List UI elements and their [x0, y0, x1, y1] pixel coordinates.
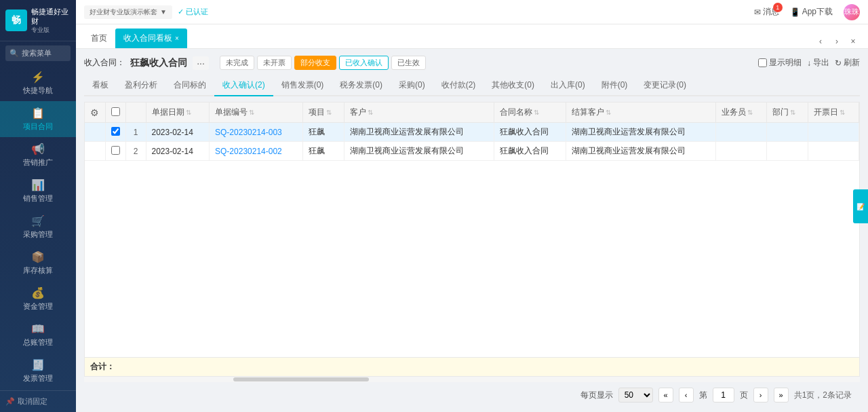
more-options-button[interactable]: ··· [193, 56, 209, 70]
sidebar-item-inventory[interactable]: 📦 库存核算 [0, 245, 76, 281]
row2-code-link[interactable]: SQ-20230214-002 [215, 147, 282, 156]
sidebar-item-purchase[interactable]: 🛒 采购管理 [0, 209, 76, 245]
row1-date: 2023-02-14 [146, 123, 210, 142]
tab-label: 收入合同看板 [123, 33, 172, 44]
column-settings-icon[interactable]: ⚙ [90, 107, 99, 118]
row1-billdate [808, 123, 859, 142]
page-number-input[interactable] [713, 388, 734, 402]
scrollbar-thumb[interactable] [233, 377, 369, 381]
export-icon: ↓ [807, 58, 811, 68]
last-page-button[interactable]: » [774, 388, 789, 402]
per-page-select[interactable]: 50 100 200 [618, 388, 653, 402]
sales-icon: 📊 [31, 179, 45, 191]
sidebar-item-marketing[interactable]: 📢 营销推广 [0, 137, 76, 173]
sort-dept-icon[interactable]: ⇅ [790, 109, 795, 116]
row2-contract: 狂飙收入合同 [494, 142, 566, 161]
company-name: 好业财专业版演示帐套 [90, 7, 157, 17]
tab-storage[interactable]: 出入库(0) [542, 75, 593, 96]
row2-checkbox[interactable] [111, 146, 120, 155]
sidebar-item-project[interactable]: 📋 项目合同 [0, 101, 76, 137]
invoice-icon: 🧾 [31, 358, 45, 371]
close-tab-button[interactable]: × [846, 35, 860, 48]
sort-project-icon[interactable]: ⇅ [326, 109, 332, 116]
project-icon: 📋 [31, 107, 45, 119]
tab-attachment[interactable]: 附件(0) [593, 75, 636, 96]
search-menu-button[interactable]: 🔍 搜索菜单 [5, 45, 71, 61]
tab-profit[interactable]: 盈利分析 [117, 75, 165, 96]
status-incomplete[interactable]: 未完成 [220, 56, 254, 70]
table-row[interactable]: 1 2023-02-14 SQ-20230214-003 狂飙 湖南卫视商业运营… [85, 123, 859, 142]
table-footer: 合计： [84, 358, 860, 377]
sort-date-icon[interactable]: ⇅ [186, 109, 191, 116]
user-avatar[interactable]: 珠珠 [844, 4, 860, 20]
first-page-button[interactable]: « [658, 388, 673, 402]
row2-date: 2023-02-14 [146, 142, 210, 161]
sort-salesperson-icon[interactable]: ⇅ [747, 109, 753, 116]
tab-changes[interactable]: 变更记录(0) [635, 75, 694, 96]
status-partial[interactable]: 部分收支 [294, 56, 336, 70]
row1-check [105, 123, 125, 142]
sidebar-item-finance[interactable]: 💰 资金管理 [0, 281, 76, 317]
row2-salesperson [715, 142, 766, 161]
table-row[interactable]: 2 2023-02-14 SQ-20230214-002 狂飙 湖南卫视商业运营… [85, 142, 859, 161]
sidebar-item-invoice[interactable]: 🧾 发票管理 [0, 353, 76, 389]
sidebar-item-quicknav[interactable]: ⚡ 快捷导航 [0, 65, 76, 101]
tab-contract-subject[interactable]: 合同标的 [165, 75, 214, 96]
row1-actions [85, 123, 105, 142]
tab-sales-invoice[interactable]: 销售发票(0) [273, 75, 332, 96]
status-confirmed[interactable]: 已收入确认 [339, 56, 389, 70]
sort-customer-icon[interactable]: ⇅ [368, 109, 373, 116]
float-action-button[interactable]: 📝 [853, 189, 868, 223]
logo-text: 畅捷通好业财 专业版 [31, 7, 71, 34]
row1-checkbox[interactable] [111, 127, 120, 136]
sort-billdate-icon[interactable]: ⇅ [840, 109, 845, 116]
row2-settle: 湖南卫视商业运营发展有限公司 [566, 142, 715, 161]
row1-code-link[interactable]: SQ-20230214-003 [215, 128, 282, 137]
refresh-button[interactable]: ↻ 刷新 [835, 57, 860, 69]
sort-contract-icon[interactable]: ⇅ [534, 109, 539, 116]
pin-icon: 📌 [5, 397, 15, 406]
prev-tab-button[interactable]: ‹ [814, 35, 827, 48]
horizontal-scrollbar[interactable] [84, 377, 860, 382]
row2-num: 2 [125, 142, 146, 161]
export-button[interactable]: ↓ 导出 [807, 57, 829, 69]
status-uninvoiced[interactable]: 未开票 [257, 56, 292, 70]
row2-billdate [808, 142, 859, 161]
company-selector[interactable]: 好业财专业版演示帐套 ▼ [84, 5, 172, 19]
status-effective[interactable]: 已生效 [391, 56, 426, 70]
show-details-checkbox[interactable] [758, 58, 767, 67]
next-tab-button[interactable]: › [830, 35, 844, 48]
contract-header: 收入合同： 狂飙收入合同 ··· 未完成 未开票 部分收支 已收入确认 已生效 … [84, 56, 860, 70]
tabbar: 首页 收入合同看板 × ‹ › × [76, 24, 868, 49]
tab-close-button[interactable]: × [175, 35, 179, 42]
tab-payment[interactable]: 收付款(2) [433, 75, 484, 96]
th-checkbox [105, 102, 125, 123]
certified-badge: ✓ 已认证 [178, 7, 208, 17]
show-details-toggle[interactable]: 显示明细 [758, 57, 802, 69]
app-logo: 畅 畅捷通好业财 专业版 [0, 0, 76, 41]
active-tab[interactable]: 收入合同看板 × [115, 29, 187, 48]
row1-customer: 湖南卫视商业运营发展有限公司 [344, 123, 494, 142]
prev-page-button[interactable]: ‹ [679, 388, 694, 402]
page-label-prefix: 第 [699, 390, 707, 401]
tab-purchase[interactable]: 采购(0) [391, 75, 433, 96]
sort-code-icon[interactable]: ⇅ [249, 109, 254, 116]
sidebar-item-sales[interactable]: 📊 销售管理 [0, 173, 76, 209]
select-all-checkbox[interactable] [111, 107, 120, 116]
sort-settle-icon[interactable]: ⇅ [606, 109, 611, 116]
unpin-button[interactable]: 📌 取消固定 [0, 390, 76, 412]
page-label-suffix: 页 [740, 390, 748, 401]
tab-tax-invoice[interactable]: 税务发票(0) [332, 75, 391, 96]
sidebar-navigation: ⚡ 快捷导航 📋 项目合同 📢 营销推广 📊 销售管理 🛒 采购管理 📦 库存核… [0, 65, 76, 390]
next-page-button[interactable]: › [753, 388, 768, 402]
message-button[interactable]: ✉ 消息 1 [754, 6, 779, 18]
home-tab[interactable]: 首页 [84, 29, 114, 48]
row2-project: 狂飙 [303, 142, 344, 161]
tab-revenue[interactable]: 收入确认(2) [214, 75, 273, 96]
tab-kanban[interactable]: 看板 [84, 75, 117, 96]
app-download-button[interactable]: 📱 App下载 [790, 6, 833, 18]
quicknav-icon: ⚡ [31, 71, 45, 83]
sidebar-item-ledger[interactable]: 📖 总账管理 [0, 317, 76, 353]
row1-dept [766, 123, 808, 142]
tab-other[interactable]: 其他收支(0) [484, 75, 542, 96]
